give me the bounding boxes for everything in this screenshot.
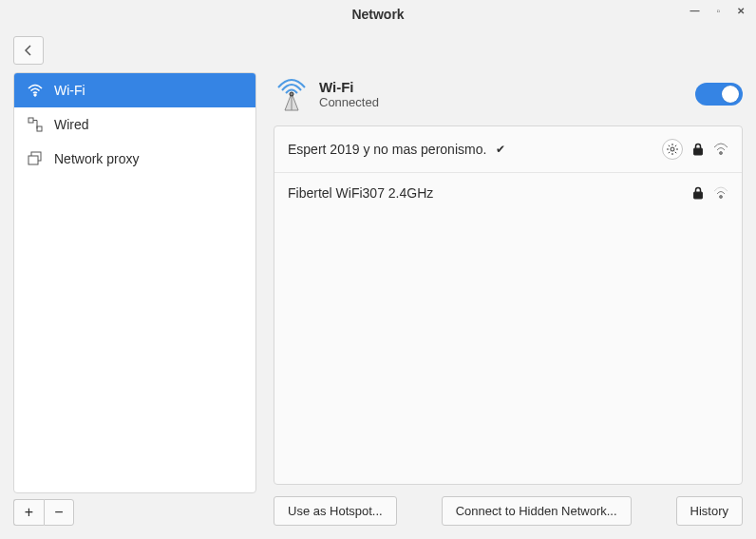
network-settings-button[interactable] <box>662 139 683 160</box>
maximize-icon[interactable]: ▫ <box>716 6 720 16</box>
panel-title: Wi-Fi <box>319 79 379 95</box>
sidebar-item-proxy[interactable]: Network proxy <box>14 142 255 176</box>
toggle-knob <box>722 86 739 103</box>
hotspot-button[interactable]: Use as Hotspot... <box>274 496 397 526</box>
wired-icon <box>28 117 43 132</box>
proxy-icon <box>28 151 43 166</box>
window-title: Network <box>351 7 404 22</box>
signal-icon <box>713 143 728 156</box>
window-controls: — ▫ ✕ <box>690 6 745 16</box>
wifi-toggle[interactable] <box>695 83 743 106</box>
network-ssid: Espert 2019 y no mas peronismo. <box>288 142 486 157</box>
svg-line-12 <box>669 145 670 146</box>
titlebar: Network — ▫ ✕ <box>0 0 756 29</box>
wifi-icon <box>28 83 43 98</box>
main-panel: Wi-Fi Connected Espert 2019 y no mas per… <box>274 72 743 526</box>
svg-rect-16 <box>694 148 703 155</box>
svg-point-6 <box>290 92 293 96</box>
svg-rect-4 <box>28 156 38 164</box>
sidebar-item-label: Wired <box>54 117 89 132</box>
lock-icon <box>692 143 704 156</box>
content: Wi-Fi Wired Network proxy + − <box>0 72 756 539</box>
back-button[interactable] <box>13 36 44 65</box>
svg-rect-2 <box>37 126 42 131</box>
sidebar-item-wired[interactable]: Wired <box>14 107 255 142</box>
sidebar-item-label: Wi-Fi <box>54 83 85 98</box>
network-ssid: Fibertel WiFi307 2.4GHz <box>288 185 433 201</box>
network-list: Espert 2019 y no mas peronismo. ✔ Fibert… <box>274 125 743 485</box>
svg-point-7 <box>671 147 674 151</box>
connected-check-icon: ✔ <box>496 143 505 156</box>
remove-connection-button[interactable]: − <box>44 499 74 526</box>
network-row[interactable]: Fibertel WiFi307 2.4GHz <box>274 173 742 213</box>
sidebar: Wi-Fi Wired Network proxy + − <box>13 72 256 526</box>
panel-header-text: Wi-Fi Connected <box>319 79 379 109</box>
add-connection-button[interactable]: + <box>13 499 44 526</box>
sidebar-item-label: Network proxy <box>54 151 139 166</box>
close-icon[interactable]: ✕ <box>737 6 745 16</box>
hidden-network-button[interactable]: Connect to Hidden Network... <box>442 496 632 526</box>
svg-point-0 <box>34 94 36 96</box>
svg-point-19 <box>720 196 723 199</box>
minimize-icon[interactable]: — <box>690 6 699 16</box>
svg-line-14 <box>669 152 670 153</box>
network-row[interactable]: Espert 2019 y no mas peronismo. ✔ <box>274 126 742 173</box>
svg-rect-18 <box>694 192 703 199</box>
svg-line-13 <box>675 152 676 153</box>
top-row <box>0 29 756 72</box>
history-button[interactable]: History <box>676 496 743 526</box>
panel-header: Wi-Fi Connected <box>274 72 743 125</box>
sidebar-item-wifi[interactable]: Wi-Fi <box>14 73 255 107</box>
panel-subtitle: Connected <box>319 95 379 109</box>
signal-icon <box>713 186 728 200</box>
wifi-antenna-icon <box>274 76 310 112</box>
footer-buttons: Use as Hotspot... Connect to Hidden Netw… <box>274 496 743 526</box>
svg-rect-1 <box>28 118 33 123</box>
lock-icon <box>692 186 704 200</box>
sidebar-footer: + − <box>13 499 256 526</box>
svg-line-15 <box>675 145 676 146</box>
sidebar-list: Wi-Fi Wired Network proxy <box>13 72 256 493</box>
svg-point-17 <box>720 152 723 155</box>
